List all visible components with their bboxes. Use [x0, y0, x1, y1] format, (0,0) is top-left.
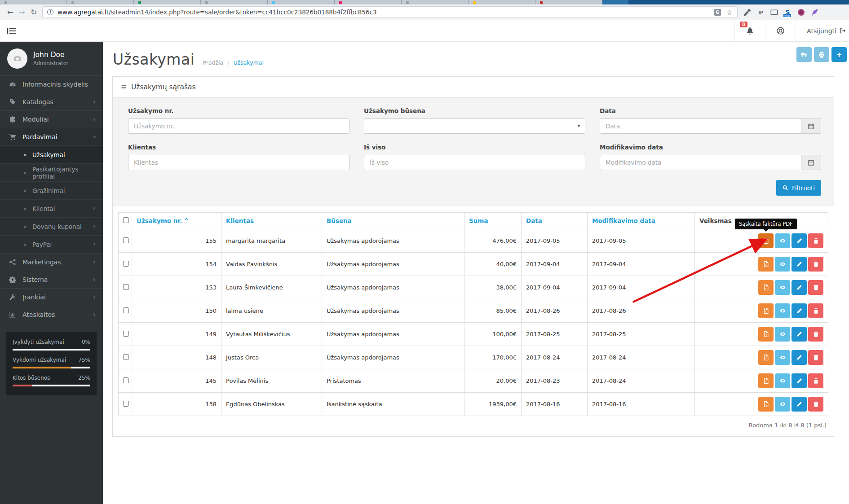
- view-order-button[interactable]: [775, 397, 790, 412]
- browser-tab[interactable]: [602, 0, 628, 4]
- breadcrumb-current[interactable]: Užsakymai: [233, 59, 263, 66]
- delete-order-button[interactable]: [808, 233, 823, 248]
- sidebar-subitem-paypal[interactable]: »PayPal›: [0, 235, 103, 253]
- row-checkbox[interactable]: [123, 261, 129, 267]
- browser-back-button[interactable]: ←: [4, 6, 16, 18]
- view-order-button[interactable]: [775, 257, 790, 272]
- delete-order-button[interactable]: [808, 350, 823, 365]
- delete-order-button[interactable]: [808, 280, 823, 295]
- delete-order-button[interactable]: [808, 303, 823, 318]
- edit-order-button[interactable]: [792, 350, 807, 365]
- sidebar-subitem-vouchers[interactable]: »Dovanų kuponai›: [0, 217, 103, 235]
- view-order-button[interactable]: [775, 373, 790, 388]
- bookmark-star-icon[interactable]: ☆: [726, 8, 733, 17]
- invoice-pdf-button[interactable]: [758, 303, 774, 318]
- sidebar-item-sales[interactable]: Pardavimai›: [0, 128, 103, 145]
- page-info-icon[interactable]: i: [47, 9, 53, 15]
- sidebar-subitem-orders[interactable]: »Užsakymai: [0, 145, 103, 163]
- invoice-pdf-button[interactable]: [758, 327, 774, 342]
- filter-button[interactable]: Filtruoti: [776, 180, 821, 196]
- invoice-pdf-button[interactable]: [758, 397, 774, 412]
- sidebar-item-system[interactable]: Sistema›: [0, 271, 103, 288]
- browser-tab[interactable]: [268, 0, 335, 4]
- browser-tab[interactable]: [134, 0, 201, 4]
- browser-tab[interactable]: [535, 0, 602, 4]
- invoice-pdf-button[interactable]: [758, 280, 774, 295]
- sidebar-subitem-customers[interactable]: »Klientai›: [0, 199, 103, 217]
- notifications-button[interactable]: 0: [734, 20, 765, 41]
- row-checkbox[interactable]: [123, 237, 129, 243]
- view-order-button[interactable]: [775, 303, 790, 318]
- snew-extension-icon[interactable]: SNew: [784, 9, 792, 16]
- edit-order-button[interactable]: [792, 233, 807, 248]
- view-order-button[interactable]: [775, 280, 790, 295]
- delete-order-button[interactable]: [808, 327, 823, 342]
- calendar-button[interactable]: [801, 155, 821, 170]
- column-header-date[interactable]: Data: [522, 213, 588, 229]
- sidebar-toggle-icon[interactable]: [7, 27, 16, 35]
- column-header-customer[interactable]: Klientas: [221, 213, 322, 229]
- row-checkbox[interactable]: [123, 331, 129, 337]
- shipping-list-button[interactable]: [796, 47, 812, 62]
- browser-tab[interactable]: [67, 0, 134, 4]
- row-checkbox[interactable]: [123, 284, 129, 290]
- sidebar-item-dashboard[interactable]: Informacinis skydelis: [0, 75, 103, 93]
- sidebar-item-modules[interactable]: Moduliai›: [0, 110, 103, 128]
- filter-total-input[interactable]: [364, 155, 585, 170]
- sidebar-item-tools[interactable]: Įrankiai›: [0, 288, 103, 306]
- filter-customer-input[interactable]: [128, 155, 349, 170]
- browser-tab[interactable]: [201, 0, 268, 4]
- edit-order-button[interactable]: [792, 257, 807, 272]
- filter-order-nr-input[interactable]: [128, 118, 349, 134]
- browser-tab[interactable]: [402, 0, 469, 4]
- filter-date-input[interactable]: [600, 118, 801, 134]
- support-button[interactable]: [765, 20, 796, 41]
- invoice-pdf-button[interactable]: [758, 373, 774, 388]
- filter-modified-input[interactable]: [600, 155, 801, 170]
- row-checkbox[interactable]: [123, 354, 129, 360]
- view-order-button[interactable]: [775, 350, 790, 365]
- browser-tab[interactable]: [469, 0, 535, 4]
- browser-forward-button[interactable]: →: [16, 6, 28, 18]
- cast-extension-icon[interactable]: [770, 9, 778, 16]
- breadcrumb-home[interactable]: Pradžia: [203, 59, 224, 66]
- add-order-button[interactable]: +: [831, 47, 847, 62]
- delete-order-button[interactable]: [808, 373, 823, 388]
- sidebar-subitem-recurring[interactable]: »Pasikartojantys profiliai: [0, 163, 103, 181]
- color-circle-extension-icon[interactable]: [797, 9, 805, 16]
- edit-order-button[interactable]: [792, 327, 807, 342]
- column-header-total[interactable]: Suma: [464, 213, 522, 229]
- delete-order-button[interactable]: [808, 257, 823, 272]
- row-checkbox[interactable]: [123, 377, 129, 383]
- sidebar-subitem-returns[interactable]: »Grąžinimai: [0, 181, 103, 199]
- browser-tab[interactable]: [0, 0, 67, 4]
- column-header-nr[interactable]: Užsakymo nr.^: [132, 213, 221, 229]
- calendar-button[interactable]: [801, 118, 821, 134]
- logout-button[interactable]: Atsijungti: [796, 20, 849, 41]
- edit-order-button[interactable]: [792, 373, 807, 388]
- ip-extension-icon[interactable]: IP: [757, 9, 765, 16]
- translate-icon[interactable]: G: [714, 9, 721, 16]
- feather-extension-icon[interactable]: [811, 9, 818, 16]
- edit-order-button[interactable]: [792, 303, 807, 318]
- invoice-pdf-button[interactable]: [758, 350, 774, 365]
- invoice-pdf-button[interactable]: [758, 233, 774, 248]
- column-header-modified[interactable]: Modifikavimo data: [588, 213, 695, 229]
- sidebar-item-reports[interactable]: Ataskaitos›: [0, 306, 103, 323]
- edit-order-button[interactable]: [792, 397, 807, 412]
- sidebar-item-marketing[interactable]: Marketingas›: [0, 253, 103, 271]
- row-checkbox[interactable]: [123, 401, 129, 407]
- sidebar-item-catalog[interactable]: Katalogas›: [0, 93, 103, 110]
- view-order-button[interactable]: [775, 233, 790, 248]
- edit-order-button[interactable]: [792, 280, 807, 295]
- eyedropper-extension-icon[interactable]: [743, 9, 751, 16]
- filter-status-select[interactable]: [364, 118, 585, 134]
- browser-refresh-button[interactable]: ↻: [28, 6, 40, 18]
- row-checkbox[interactable]: [123, 307, 129, 313]
- print-invoice-button[interactable]: [814, 47, 829, 62]
- delete-order-button[interactable]: [808, 397, 823, 412]
- select-all-checkbox[interactable]: [123, 217, 129, 223]
- invoice-pdf-button[interactable]: [758, 257, 774, 272]
- browser-tab[interactable]: [335, 0, 402, 4]
- address-bar[interactable]: i www.agregatai.lt/siteadmin14/index.php…: [42, 6, 738, 18]
